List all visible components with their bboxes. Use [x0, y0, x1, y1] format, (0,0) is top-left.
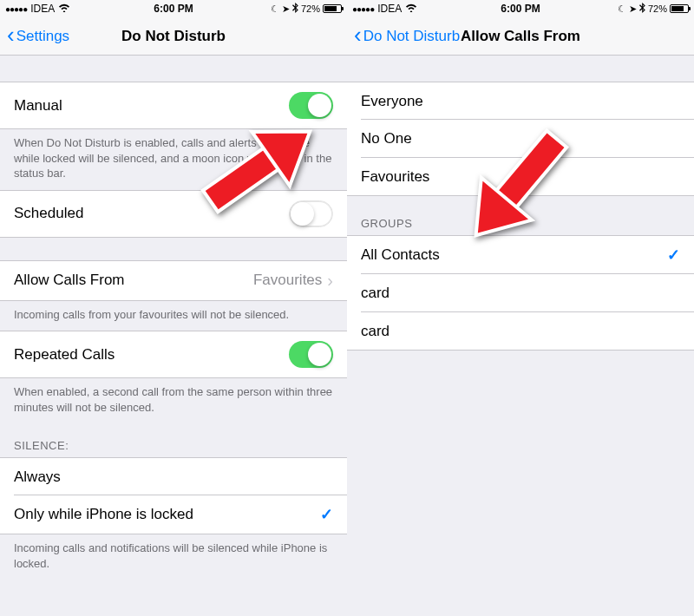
nav-bar: ‹ Settings Do Not Disturb	[0, 17, 347, 56]
everyone-label: Everyone	[361, 93, 680, 110]
manual-toggle[interactable]	[289, 92, 333, 119]
group-card-row[interactable]: card	[347, 312, 694, 351]
allow-calls-label: Allow Calls From	[14, 272, 253, 289]
repeated-calls-footer: When enabled, a second call from the sam…	[0, 378, 347, 423]
clock-label: 6:00 PM	[0, 3, 347, 15]
everyone-row[interactable]: Everyone	[347, 82, 694, 120]
back-button[interactable]: ‹ Settings	[7, 28, 69, 45]
screen-do-not-disturb: ●●●●● IDEA 6:00 PM ☾ ➤ 72% ‹ Settings Do…	[0, 0, 347, 616]
silence-always-label: Always	[14, 469, 333, 486]
groups-header: GROUPS	[347, 196, 694, 235]
check-icon: ✓	[320, 505, 333, 524]
all-contacts-row[interactable]: All Contacts ✓	[347, 235, 694, 274]
allow-calls-value: Favourites	[253, 272, 322, 289]
scheduled-row[interactable]: Scheduled	[0, 190, 347, 238]
screen-allow-calls-from: ●●●●● IDEA 6:00 PM ☾ ➤ 72% ‹ Do Not Dist…	[347, 0, 694, 616]
silence-always-row[interactable]: Always	[0, 457, 347, 495]
favourites-label: Favourites	[361, 168, 680, 186]
allow-calls-row[interactable]: Allow Calls From Favourites ›	[0, 260, 347, 301]
battery-icon	[323, 4, 342, 13]
repeated-calls-label: Repeated Calls	[14, 346, 289, 364]
silence-locked-row[interactable]: Only while iPhone is locked ✓	[0, 495, 347, 534]
back-label: Do Not Disturb	[363, 28, 460, 45]
status-bar: ●●●●● IDEA 6:00 PM ☾ ➤ 72%	[0, 0, 347, 17]
manual-row[interactable]: Manual	[0, 82, 347, 129]
repeated-calls-toggle[interactable]	[289, 341, 333, 368]
manual-footer: When Do Not Disturb is enabled, calls an…	[0, 129, 347, 190]
status-bar: ●●●●● IDEA 6:00 PM ☾ ➤ 72%	[347, 0, 694, 17]
repeated-calls-row[interactable]: Repeated Calls	[0, 331, 347, 378]
back-button[interactable]: ‹ Do Not Disturb	[354, 28, 460, 45]
scheduled-toggle[interactable]	[289, 200, 333, 227]
allow-calls-footer: Incoming calls from your favourites will…	[0, 301, 347, 331]
nav-bar: ‹ Do Not Disturb Allow Calls From	[347, 17, 694, 56]
silence-locked-label: Only while iPhone is locked	[14, 506, 320, 523]
clock-label: 6:00 PM	[347, 3, 694, 15]
scheduled-label: Scheduled	[14, 205, 289, 222]
chevron-right-icon: ›	[327, 271, 333, 291]
battery-icon	[670, 4, 689, 13]
group-card-label: card	[361, 323, 680, 340]
favourites-row[interactable]: Favourites	[347, 158, 694, 196]
silence-footer: Incoming calls and notifications will be…	[0, 534, 347, 580]
group-card-row[interactable]: card	[347, 274, 694, 312]
no-one-label: No One	[361, 130, 680, 147]
group-card-label: card	[361, 285, 680, 302]
silence-header: SILENCE:	[0, 423, 347, 457]
all-contacts-label: All Contacts	[361, 246, 667, 264]
back-label: Settings	[16, 28, 69, 45]
manual-label: Manual	[14, 97, 289, 115]
check-icon: ✓	[667, 246, 680, 265]
no-one-row[interactable]: No One	[347, 120, 694, 158]
